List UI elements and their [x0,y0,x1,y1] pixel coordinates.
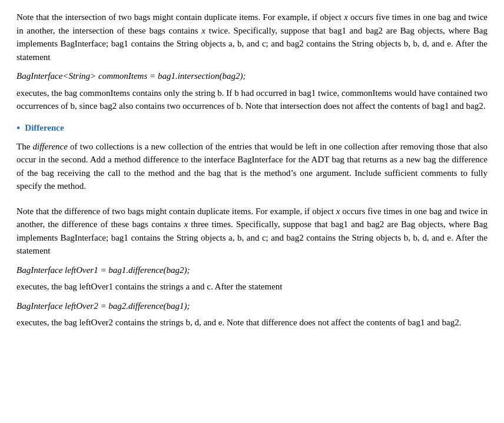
code-line-3: BagInterface leftOver2 = bag2.difference… [16,299,488,313]
paragraph5: executes, the bag leftOver1 contains the… [16,280,488,294]
paragraph3-part1: The [16,142,33,151]
bullet-icon: • [16,121,20,136]
difference-label: Difference [25,121,64,135]
paragraph4: Note that the difference of two bags mig… [16,205,488,258]
paragraph1: Note that the intersection of two bags m… [16,11,488,64]
paragraph6: executes, the bag leftOver2 contains the… [16,316,488,329]
bullet-row: • Difference [16,121,488,136]
code-line-1: BagInterface<String> commonItems = bag1.… [16,69,488,83]
paragraph2: executes, the bag commonItems contains o… [16,86,488,113]
paragraph3-part2: of two collections is a new collection o… [16,142,488,191]
paragraph3-italic: difference [33,142,68,151]
code-line-2: BagInterface leftOver1 = bag1.difference… [16,264,488,277]
difference-section: • Difference The difference of two colle… [16,121,488,193]
paragraph3: The difference of two collections is a n… [16,140,488,193]
